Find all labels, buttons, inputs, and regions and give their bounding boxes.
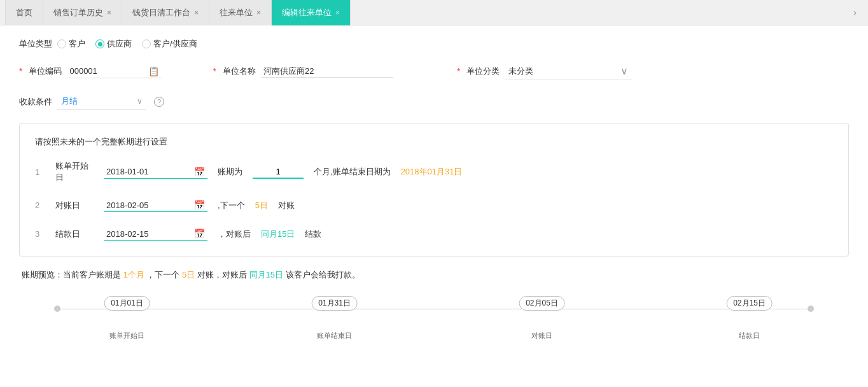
period-row-1: 1 账单开始日 📅 账期为 个月,账单结束日期为 2018年01月31日 <box>35 160 833 183</box>
period-month-unit: 个月,账单结束日期为 <box>314 166 391 178</box>
period-title: 请按照未来的一个完整帐期进行设置 <box>35 136 833 148</box>
unit-category-chevron: ∨ <box>620 65 628 77</box>
tab-cash-close[interactable]: × <box>194 8 199 17</box>
period-box: 请按照未来的一个完整帐期进行设置 1 账单开始日 📅 账期为 个月,账单结束日期… <box>19 123 849 257</box>
radio-customer-label: 客户 <box>69 38 85 50</box>
step-1-num: 1 <box>35 167 45 177</box>
period-reconcile-desc-prefix: ,下一个 <box>218 200 245 211</box>
preview-label: 账期预览：当前客户账期是 <box>22 270 121 279</box>
tab-partner-close[interactable]: × <box>256 8 261 17</box>
tab-partner-label: 往来单位 <box>220 7 253 18</box>
tab-sales-history[interactable]: 销售订单历史 × <box>43 0 122 25</box>
tab-sales-close[interactable]: × <box>107 8 111 17</box>
tl-badge-1: 01月01日 <box>104 296 150 311</box>
preview-months: 1个月 <box>123 270 144 279</box>
radio-cs-circle <box>142 39 151 48</box>
unit-type-group: 单位类型 客户 供应商 客户/供应商 <box>19 38 197 50</box>
payment-terms-chevron: ∨ <box>137 97 143 106</box>
timeline-point-4: 02月15日 结款日 <box>726 296 773 341</box>
tl-label-3: 对账日 <box>531 331 552 341</box>
tl-badge-2: 01月31日 <box>311 296 358 311</box>
radio-customer-circle <box>57 39 66 48</box>
unit-category-value: 未分类 <box>508 66 533 77</box>
payment-terms-row: 收款条件 月结 ∨ ? <box>19 93 849 110</box>
period-start-date-input[interactable] <box>106 167 189 176</box>
period-reconcile-input-group: 📅 <box>104 199 207 212</box>
period-reconcile-suffix: 对账 <box>278 200 295 211</box>
unit-category-select[interactable]: 未分类 ∨ <box>505 62 632 80</box>
period-reconcile-date-input[interactable] <box>106 201 189 210</box>
payment-terms-help-icon[interactable]: ? <box>154 97 164 107</box>
tab-edit-close[interactable]: × <box>335 8 340 17</box>
period-payment-highlight: 同月15日 <box>261 229 295 240</box>
period-end-date-highlight: 2018年01月31日 <box>401 166 463 178</box>
tl-badge-3: 02月05日 <box>519 296 565 311</box>
timeline-line <box>57 309 811 309</box>
tab-cash-work[interactable]: 钱货日清工作台 × <box>122 0 209 25</box>
radio-supplier[interactable]: 供应商 <box>95 38 132 50</box>
preview-day-highlight: 5日 <box>182 270 195 279</box>
preview-part2-prefix: ，下一个 <box>146 270 179 279</box>
tab-edit-label: 编辑往来单位 <box>282 7 332 18</box>
tab-home-label: 首页 <box>16 7 32 18</box>
timeline-point-3: 02月05日 对账日 <box>519 296 565 341</box>
unit-category-group: * 单位分类 未分类 ∨ <box>457 62 632 80</box>
step-3-num: 3 <box>35 229 45 239</box>
radio-customer[interactable]: 客户 <box>57 38 85 50</box>
unit-name-label: 单位名称 <box>223 66 256 77</box>
preview-same-month: 同月15日 <box>249 270 283 279</box>
period-reconcile-highlight: 5日 <box>255 200 268 211</box>
unit-code-label: 单位编码 <box>29 66 62 77</box>
unit-type-label: 单位类型 <box>19 38 52 50</box>
period-row-3: 3 结款日 📅 ，对账后 同月15日 结款 <box>35 227 833 241</box>
payment-terms-label: 收款条件 <box>19 96 52 108</box>
unit-code-group: * 单位编码 📋 <box>19 65 162 78</box>
timeline-point-1: 01月01日 账单开始日 <box>104 296 150 341</box>
radio-supplier-circle <box>95 39 104 48</box>
payment-terms-select[interactable]: 月结 ∨ <box>57 93 146 110</box>
payment-terms-group: 收款条件 月结 ∨ ? <box>19 93 164 110</box>
timeline-end-dot <box>808 306 814 312</box>
unit-name-input[interactable] <box>263 66 391 76</box>
preview-part2-suffix: 对账，对账后 <box>197 270 247 279</box>
tab-cash-label: 钱货日清工作台 <box>132 7 190 18</box>
tab-home[interactable]: 首页 <box>5 0 43 25</box>
period-reconcile-calendar-icon[interactable]: 📅 <box>194 200 205 210</box>
period-start-label: 账单开始日 <box>55 160 94 183</box>
radio-group: 客户 供应商 客户/供应商 <box>57 38 197 50</box>
radio-supplier-label: 供应商 <box>107 38 132 50</box>
unit-category-star: * <box>457 66 460 76</box>
preview-section: 账期预览：当前客户账期是 1个月 ，下一个 5日 对账，对账后 同月15日 该客… <box>19 269 849 281</box>
unit-code-input-wrap: 📋 <box>67 65 162 78</box>
period-suffix-label: 账期为 <box>218 166 242 178</box>
tab-bar: 首页 销售订单历史 × 钱货日清工作台 × 往来单位 × 编辑往来单位 × › <box>0 0 868 25</box>
unit-code-calendar-icon[interactable]: 📋 <box>148 66 159 76</box>
unit-name-star: * <box>213 66 216 76</box>
period-start-calendar-icon[interactable]: 📅 <box>194 167 205 177</box>
step-2-num: 2 <box>35 201 45 210</box>
unit-code-input[interactable] <box>69 66 146 76</box>
tab-partner[interactable]: 往来单位 × <box>209 0 272 25</box>
timeline-container: 01月01日 账单开始日 01月31日 账单结束日 02月05日 对账日 02月… <box>19 296 849 347</box>
period-payment-calendar-icon[interactable]: 📅 <box>194 229 205 239</box>
period-month-input[interactable] <box>253 165 304 179</box>
period-payment-date-input[interactable] <box>106 229 189 239</box>
preview-part3-suffix: 该客户会给我打款。 <box>286 270 360 279</box>
tl-label-4: 结款日 <box>739 331 760 341</box>
tab-more-button[interactable]: › <box>847 7 863 18</box>
timeline-point-2: 01月31日 账单结束日 <box>311 296 358 341</box>
unit-type-row: 单位类型 客户 供应商 客户/供应商 <box>19 38 849 50</box>
unit-name-group: * 单位名称 <box>213 65 393 78</box>
tab-sales-label: 销售订单历史 <box>53 7 103 18</box>
tl-label-1: 账单开始日 <box>109 331 144 341</box>
page-content: 单位类型 客户 供应商 客户/供应商 * 单位编码 <box>0 25 868 387</box>
period-payment-desc-prefix: ，对账后 <box>218 229 251 240</box>
period-payment-label: 结款日 <box>55 229 94 240</box>
tl-badge-4: 02月15日 <box>726 296 773 311</box>
period-payment-input-group: 📅 <box>104 227 207 241</box>
period-row-2: 2 对账日 📅 ,下一个 5日 对账 <box>35 199 833 212</box>
unit-code-star: * <box>19 66 22 76</box>
period-payment-suffix: 结款 <box>305 229 321 240</box>
radio-customer-supplier[interactable]: 客户/供应商 <box>142 38 197 50</box>
tab-edit-partner[interactable]: 编辑往来单位 × <box>272 0 351 25</box>
